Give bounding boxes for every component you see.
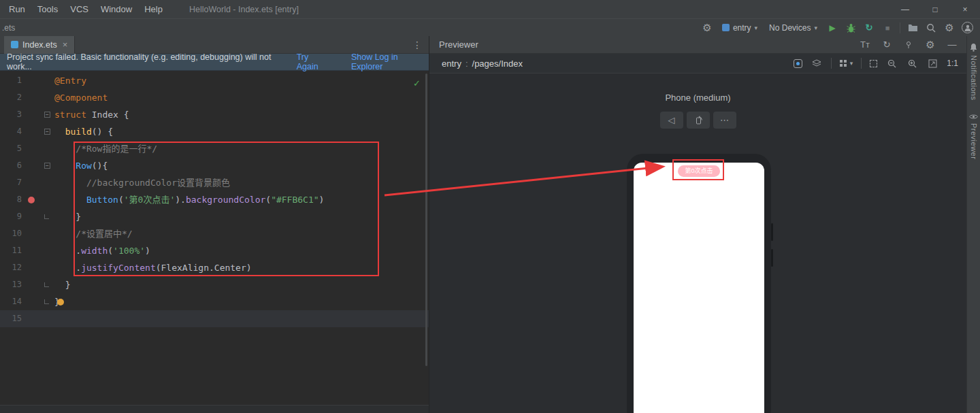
gutter-row-12[interactable]: 12 <box>0 259 53 276</box>
gutter-row-5[interactable]: 5 <box>0 140 53 157</box>
frame-icon[interactable] <box>870 60 877 67</box>
gutter-row-15[interactable]: 15 <box>0 310 53 327</box>
code-line-12[interactable]: .justifyContent(FlexAlign.Center) <box>53 259 429 276</box>
pin-icon[interactable] <box>902 39 915 51</box>
rotate-device-button[interactable] <box>687 112 710 129</box>
preview-pink-button[interactable]: 第0次点击 <box>678 165 719 177</box>
code-lines[interactable]: @Entry@Componentstruct Index { build() {… <box>53 72 429 405</box>
maximize-button[interactable]: □ <box>920 0 950 18</box>
tool-tab-notifications[interactable]: Notifications <box>969 43 978 100</box>
line-number: 6 <box>0 157 22 174</box>
code-line-15[interactable] <box>53 310 429 327</box>
previewer-header-tools: Tт ↻ ⚙ — <box>859 39 958 51</box>
person-icon <box>964 24 972 32</box>
code-line-5[interactable]: /*Row指的是一行*/ <box>53 140 429 157</box>
gutter[interactable]: 123456789101112131415 <box>0 72 53 405</box>
menu-run[interactable]: Run <box>3 0 31 18</box>
fold-end-marker[interactable] <box>44 282 49 287</box>
gutter-row-8[interactable]: 8 <box>0 191 53 208</box>
gutter-row-6[interactable]: 6 <box>0 157 53 174</box>
module-selector[interactable]: entry ▾ <box>719 22 760 34</box>
menu-tools[interactable]: Tools <box>31 0 64 18</box>
device-selector[interactable]: No Devices ▾ <box>766 22 820 34</box>
line-number: 11 <box>0 242 22 259</box>
fold-marker[interactable] <box>44 112 50 118</box>
grid-icon <box>840 60 843 63</box>
fold-end-marker[interactable] <box>44 214 49 219</box>
gutter-row-7[interactable]: 7 <box>0 174 53 191</box>
fold-marker[interactable] <box>44 163 50 169</box>
hot-reload-button[interactable]: ↻ <box>863 22 875 34</box>
phone-frame: 第0次点击 <box>627 154 771 413</box>
code-line-9[interactable]: } <box>53 208 429 225</box>
fit-to-screen-icon[interactable] <box>926 57 938 69</box>
module-selector-label: entry <box>733 23 751 33</box>
gutter-row-1[interactable]: 1 <box>0 72 53 89</box>
gutter-row-3[interactable]: 3 <box>0 106 53 123</box>
gutter-row-10[interactable]: 10 <box>0 225 53 242</box>
minimize-button[interactable]: — <box>890 0 920 18</box>
fold-marker[interactable] <box>44 129 50 135</box>
banner-message: Project sync failed. Basic functionality… <box>7 52 287 71</box>
menu-help[interactable]: Help <box>138 0 169 18</box>
settings-gear-icon[interactable]: ⚙ <box>943 22 956 34</box>
tab-index-ets[interactable]: Index.ets × <box>4 36 75 54</box>
gutter-row-2[interactable]: 2 <box>0 89 53 106</box>
code-line-7[interactable]: //backgroundColor设置背景颜色 <box>53 174 429 191</box>
code-line-13[interactable]: } <box>53 276 429 293</box>
code-line-8[interactable]: Button('第0次点击').backgroundColor("#FFB6C1… <box>53 191 429 208</box>
account-avatar[interactable] <box>962 22 973 33</box>
close-button[interactable]: × <box>950 0 980 18</box>
code-editor[interactable]: 123456789101112131415 @Entry@Componentst… <box>0 71 429 405</box>
layout-grid-dropdown[interactable]: ▾ <box>840 60 853 67</box>
hide-panel-icon[interactable]: — <box>946 39 958 51</box>
editor-tab-bar: Index.ets × ⋮ <box>0 36 429 54</box>
gutter-row-13[interactable]: 13 <box>0 276 53 293</box>
code-line-3[interactable]: struct Index { <box>53 106 429 123</box>
font-size-icon[interactable]: Tт <box>859 39 871 51</box>
code-line-2[interactable]: @Component <box>53 89 429 106</box>
back-button[interactable]: ◁ <box>660 112 683 129</box>
device-file-browser-icon[interactable] <box>906 22 919 34</box>
previewer-subtools: ▾ 1:1 <box>794 57 958 69</box>
gutter-row-4[interactable]: 4 <box>0 123 53 140</box>
zoom-out-icon[interactable] <box>885 57 898 69</box>
editor-panel: Index.ets × ⋮ Project sync failed. Basic… <box>0 36 429 413</box>
previewer-settings-icon[interactable]: ⚙ <box>924 39 936 51</box>
stop-button[interactable]: ■ <box>881 22 894 34</box>
toolbar-right-group: ⚙ entry ▾ No Devices ▾ ▶ ↻ ■ ⚙ <box>701 22 980 34</box>
gutter-row-14[interactable]: 14 <box>0 293 53 310</box>
run-button[interactable]: ▶ <box>826 22 838 34</box>
more-options-button[interactable]: ⋯ <box>713 112 736 129</box>
gutter-row-11[interactable]: 11 <box>0 242 53 259</box>
try-again-link[interactable]: Try Again <box>297 52 331 71</box>
tool-tab-previewer[interactable]: Previewer <box>969 114 978 159</box>
code-line-4[interactable]: build() { <box>53 123 429 140</box>
refresh-icon[interactable]: ↻ <box>881 39 893 51</box>
debug-button[interactable] <box>845 22 857 34</box>
menu-window[interactable]: Window <box>95 0 138 18</box>
notifications-tab-label: Notifications <box>970 55 978 100</box>
title-bar: Run Tools VCS Window Help HelloWorld - I… <box>0 0 980 18</box>
line-number: 2 <box>0 89 22 106</box>
zoom-ratio-label[interactable]: 1:1 <box>947 59 958 68</box>
code-line-10[interactable]: /*设置居中*/ <box>53 225 429 242</box>
tab-options-kebab-icon[interactable]: ⋮ <box>406 39 429 50</box>
module-icon <box>722 24 730 31</box>
editor-scrollbar[interactable] <box>425 73 427 366</box>
fold-end-marker[interactable] <box>44 299 49 304</box>
close-tab-icon[interactable]: × <box>63 39 68 50</box>
inspector-toggle-icon[interactable] <box>794 59 802 68</box>
zoom-in-icon[interactable] <box>906 57 918 69</box>
show-log-link[interactable]: Show Log in Explorer <box>351 52 429 71</box>
menu-vcs[interactable]: VCS <box>64 0 95 18</box>
layers-icon[interactable] <box>811 57 823 69</box>
code-line-6[interactable]: Row(){ <box>53 157 429 174</box>
breakpoint-dot[interactable] <box>28 197 35 203</box>
gutter-row-9[interactable]: 9 <box>0 208 53 225</box>
code-line-11[interactable]: .width('100%') <box>53 242 429 259</box>
device-manager-icon[interactable]: ⚙ <box>701 22 713 34</box>
search-everywhere-button[interactable] <box>925 22 937 34</box>
code-line-14[interactable]: } <box>53 293 429 310</box>
code-line-1[interactable]: @Entry <box>53 72 429 89</box>
